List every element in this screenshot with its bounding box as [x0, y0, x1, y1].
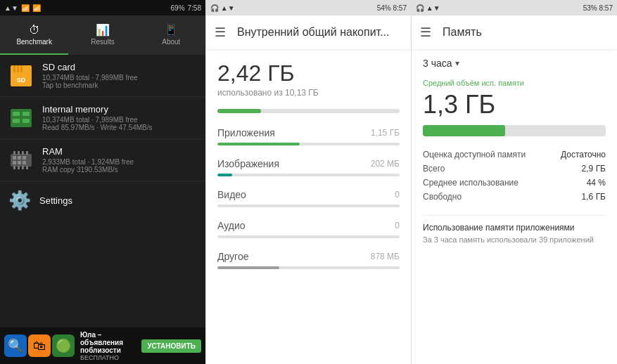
tab-benchmark[interactable]: ⏱ Benchmark — [0, 15, 68, 55]
memory-divider — [423, 215, 606, 216]
tab-benchmark-label: Benchmark — [16, 38, 52, 46]
svg-rect-22 — [18, 166, 20, 169]
ad-install-button[interactable]: УСТАНОВИТЬ — [141, 339, 201, 353]
ram-sub1: 2,933MB total · 1,924MB free — [42, 158, 197, 166]
internal-memory-info: Internal memory 10,374MB total · 7,989MB… — [42, 104, 197, 131]
memory-header-title: Память — [443, 26, 609, 39]
category-video-label: Видео — [217, 189, 246, 200]
wifi-icon-2: ▲▼ — [221, 4, 235, 12]
svg-rect-19 — [22, 151, 24, 155]
headphone-icon-2: 🎧 — [210, 4, 219, 12]
storage-total-bar — [217, 109, 400, 113]
storage-header: ☰ Внутренний общий накопит... — [206, 15, 411, 49]
status-bar-left-1: ▲▼ 📶 📶 — [4, 4, 41, 12]
internal-memory-sub1: 10,374MB total · 7,989MB free — [42, 116, 197, 124]
ad-icons: 🔍 🛍 🟢 — [4, 334, 75, 357]
tab-results[interactable]: 📊 Results — [68, 15, 136, 55]
internal-memory-sub2: Read 85.97MB/s · Write 47.54MB/s — [42, 124, 197, 131]
category-apps-bar-fill — [217, 143, 300, 145]
internal-memory-title: Internal memory — [42, 104, 197, 115]
ram-item[interactable]: RAM 2,933MB total · 1,924MB free RAM cop… — [0, 139, 205, 181]
time-label-2: 8:57 — [393, 4, 407, 12]
hamburger-icon-3[interactable]: ☰ — [420, 25, 431, 40]
ram-sub2: RAM copy 3190.53MB/s — [42, 166, 197, 174]
memory-stat-value-3: 1,6 ГБ — [582, 192, 606, 202]
category-images-label: Изображения — [217, 158, 279, 169]
storage-header-title: Внутренний общий накопит... — [237, 26, 402, 39]
ad-text: Юла – объявления поблизости БЕСПЛАТНО — [77, 331, 139, 361]
ad-icon-1: 🔍 — [4, 334, 27, 357]
internal-memory-item[interactable]: Internal memory 10,374MB total · 7,989MB… — [0, 97, 205, 139]
app-usage-title: Использование памяти приложениями — [423, 223, 606, 233]
signal2-icon: 📶 — [32, 4, 41, 12]
svg-rect-1 — [13, 65, 15, 72]
chevron-down-icon: ▾ — [455, 58, 459, 68]
status-bar-right-3: 53% 8:57 — [583, 4, 613, 12]
ad-icon-3: 🟢 — [52, 334, 75, 357]
tab-about-label: About — [162, 38, 180, 46]
sd-card-icon: SD — [8, 63, 34, 89]
svg-rect-9 — [23, 119, 30, 123]
category-apps-label: Приложения — [217, 127, 275, 138]
sd-card-item[interactable]: SD SD card 10,374MB total · 7,989MB free… — [0, 55, 205, 97]
benchmark-list: SD SD card 10,374MB total · 7,989MB free… — [0, 55, 205, 327]
status-bar-left-3: 🎧 ▲▼ — [416, 4, 440, 12]
status-bar-1: ▲▼ 📶 📶 69% 7:58 — [0, 0, 205, 15]
hamburger-icon-2[interactable]: ☰ — [215, 25, 226, 40]
sd-card-info: SD card 10,374MB total · 7,989MB free Ta… — [42, 62, 197, 89]
category-images-value: 202 МБ — [371, 159, 400, 169]
memory-header: ☰ Память — [412, 15, 617, 49]
status-bar-right-2: 54% 8:57 — [377, 4, 407, 12]
sd-card-sub1: 10,374MB total · 7,989MB free — [42, 74, 197, 82]
battery-label-2: 54% — [377, 4, 391, 12]
category-images-header: Изображения 202 МБ — [217, 158, 400, 169]
svg-rect-8 — [13, 119, 20, 123]
svg-rect-20 — [26, 151, 28, 155]
app-usage-sub: За 3 часа память использовали 39 приложе… — [423, 235, 606, 244]
category-images-bar-fill — [217, 174, 232, 176]
internal-memory-icon — [8, 105, 34, 131]
memory-stat-row-1: Всего 2,9 ГБ — [423, 162, 606, 176]
ram-info: RAM 2,933MB total · 1,924MB free RAM cop… — [42, 146, 197, 174]
category-other-bar — [217, 266, 400, 269]
settings-item[interactable]: ⚙️ Settings — [0, 181, 205, 220]
category-audio-header: Аудио 0 — [217, 220, 400, 231]
svg-rect-12 — [18, 156, 21, 160]
results-tab-icon: 📊 — [96, 23, 110, 37]
battery-label-1: 69% — [171, 4, 185, 12]
time-label-1: 7:58 — [188, 4, 201, 12]
svg-rect-6 — [13, 112, 20, 116]
status-bar-left-2: 🎧 ▲▼ — [210, 4, 235, 12]
period-selector[interactable]: 3 часа ▾ — [423, 58, 606, 69]
memory-stat-label-2: Среднее использование — [423, 178, 519, 188]
category-other: Другое 878 МБ — [217, 251, 400, 269]
ad-banner[interactable]: 🔍 🛍 🟢 Юла – объявления поблизости БЕСПЛА… — [0, 327, 205, 364]
svg-rect-15 — [18, 161, 21, 164]
memory-avg-value: 1,3 ГБ — [423, 90, 606, 119]
memory-stat-row-2: Среднее использование 44 % — [423, 176, 606, 190]
memory-avg-label: Средний объём исп. памяти — [423, 79, 606, 87]
ad-title: Юла – объявления поблизости — [80, 331, 139, 354]
category-other-header: Другое 878 МБ — [217, 251, 400, 262]
benchmark-panel: ▲▼ 📶 📶 69% 7:58 ⏱ Benchmark 📊 Results 📱 … — [0, 0, 205, 364]
category-audio-bar — [217, 235, 400, 238]
memory-stat-label-0: Оценка доступной памяти — [423, 150, 526, 160]
svg-rect-17 — [13, 151, 15, 155]
svg-rect-21 — [13, 166, 15, 169]
category-video-header: Видео 0 — [217, 189, 400, 200]
svg-rect-13 — [23, 156, 26, 160]
category-video: Видео 0 — [217, 189, 400, 207]
memory-main: 3 часа ▾ Средний объём исп. памяти 1,3 Г… — [412, 49, 617, 364]
category-apps-value: 1,15 ГБ — [371, 128, 400, 138]
signal-icon: 📶 — [21, 4, 30, 12]
memory-usage-bar — [423, 125, 606, 136]
svg-rect-11 — [13, 156, 16, 160]
ram-title: RAM — [42, 146, 197, 157]
svg-rect-7 — [23, 112, 30, 116]
category-images-bar — [217, 174, 400, 176]
category-video-bar — [217, 204, 400, 207]
status-bar-2: 🎧 ▲▼ 54% 8:57 — [206, 0, 411, 15]
tab-about[interactable]: 📱 About — [137, 15, 205, 55]
category-apps: Приложения 1,15 ГБ — [217, 127, 400, 145]
svg-rect-18 — [18, 151, 20, 155]
